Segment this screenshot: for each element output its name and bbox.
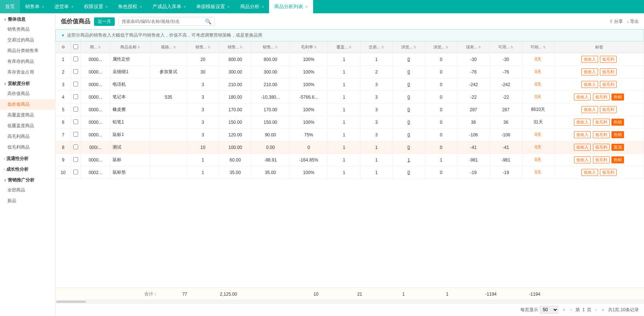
row-checkbox-cell[interactable]: [71, 66, 81, 78]
row-checkbox[interactable]: [73, 157, 78, 162]
export-button[interactable]: ↓ 导出: [627, 18, 639, 25]
row-checkbox[interactable]: [73, 145, 78, 149]
browse-link[interactable]: 0: [407, 132, 410, 137]
close-icon[interactable]: ×: [71, 4, 73, 9]
browse-link[interactable]: 1: [407, 157, 410, 163]
row-checkbox-cell[interactable]: [71, 103, 81, 116]
row-checkbox-cell[interactable]: [71, 116, 81, 129]
col-qty[interactable]: 销售...⇅: [187, 41, 219, 53]
browse-link[interactable]: 0: [407, 69, 410, 75]
row-checkbox[interactable]: [73, 132, 78, 137]
prev-page-button[interactable]: ‹: [569, 306, 573, 313]
col-spec[interactable]: 规格...⇅: [150, 41, 187, 53]
close-icon[interactable]: ×: [227, 4, 229, 9]
col-sale2[interactable]: 销售...⇅: [251, 41, 289, 53]
sidebar-group-growth[interactable]: › 成长性分析: [0, 163, 55, 174]
col-checkbox[interactable]: [71, 41, 81, 53]
sidebar-group-circulation[interactable]: › 流通性分析: [0, 153, 55, 163]
row-checkbox[interactable]: [73, 170, 78, 174]
sidebar-item-all-goods[interactable]: 全部商品: [0, 185, 55, 196]
nav-item-template[interactable]: 单据模板设置 ×: [191, 0, 235, 13]
col-avail[interactable]: 可用...⇅: [490, 41, 522, 53]
browse-link[interactable]: 0: [407, 107, 410, 112]
row-browse1[interactable]: 0: [393, 53, 425, 66]
browse-link[interactable]: 0: [407, 120, 410, 125]
filter-recent-month-button[interactable]: 近一月: [94, 17, 115, 26]
row-checkbox[interactable]: [73, 57, 78, 61]
sidebar-group-contribution[interactable]: ∨ 贡献度分析: [0, 78, 55, 88]
nav-item-sales[interactable]: 销售单 ×: [20, 0, 49, 13]
row-browse1[interactable]: 0: [393, 103, 425, 116]
nav-item-home[interactable]: 首页: [0, 0, 20, 13]
row-browse1[interactable]: 0: [393, 78, 425, 91]
row-checkbox[interactable]: [73, 94, 78, 99]
first-page-button[interactable]: «: [561, 306, 567, 313]
sidebar-item-low-profit[interactable]: 低毛利商品: [0, 142, 55, 153]
sidebar-item-high-value[interactable]: 高价值商品: [0, 88, 55, 99]
nav-item-analysis[interactable]: 商品分析 ×: [235, 0, 269, 13]
row-checkbox-cell[interactable]: [71, 166, 81, 179]
nav-item-role[interactable]: 角色授权 ×: [113, 0, 147, 13]
browse-link[interactable]: 0: [407, 145, 410, 150]
close-icon[interactable]: ×: [305, 4, 308, 9]
row-checkbox[interactable]: [73, 107, 78, 112]
sidebar-item-low-coverage[interactable]: 低覆盖度商品: [0, 120, 55, 131]
col-sale1[interactable]: 销售...⇅: [219, 41, 251, 53]
col-days[interactable]: 可销...⇅: [522, 41, 554, 53]
close-icon[interactable]: ×: [105, 4, 108, 9]
sidebar-item-stock-goods[interactable]: 有库存的商品: [0, 56, 55, 67]
last-page-button[interactable]: »: [600, 306, 606, 313]
browse-link[interactable]: 0: [407, 95, 410, 100]
row-browse1[interactable]: 0: [393, 166, 425, 179]
sidebar-group-marketing[interactable]: ∨ 营销推广分析: [0, 174, 55, 185]
col-browse1[interactable]: 浏览...⇅: [393, 41, 425, 53]
sidebar-item-sales-goods[interactable]: 销售类商品: [0, 24, 55, 35]
col-rate[interactable]: 毛利率⇅: [289, 41, 328, 53]
col-stock[interactable]: 现有...⇅: [457, 41, 490, 53]
row-checkbox[interactable]: [73, 82, 78, 86]
row-checkbox-cell[interactable]: [71, 141, 81, 154]
per-page-select[interactable]: 50 100 200: [540, 306, 559, 314]
sidebar-group-general[interactable]: ∨ 整体信息: [0, 13, 55, 24]
col-trade[interactable]: 交易...⇅: [360, 41, 392, 53]
col-code[interactable]: 商...⇅: [81, 41, 110, 53]
row-browse1[interactable]: 1: [393, 154, 425, 166]
sidebar-item-stock-capital[interactable]: 库存资金占用: [0, 67, 55, 78]
col-name[interactable]: 商品名称⇅: [110, 41, 150, 53]
row-checkbox-cell[interactable]: [71, 53, 81, 66]
row-checkbox[interactable]: [73, 69, 78, 74]
row-checkbox-cell[interactable]: [71, 91, 81, 103]
next-page-button[interactable]: ›: [594, 306, 598, 313]
search-icon[interactable]: 🔍: [205, 18, 211, 24]
row-browse1[interactable]: 0: [393, 91, 425, 103]
close-icon[interactable]: ×: [140, 4, 142, 9]
browse-link[interactable]: 0: [407, 57, 410, 62]
row-browse1[interactable]: 0: [393, 141, 425, 154]
sidebar-item-high-coverage[interactable]: 高覆盖度商品: [0, 110, 55, 120]
browse-link[interactable]: 0: [407, 170, 410, 175]
close-icon[interactable]: ×: [184, 4, 186, 9]
nav-item-analysis-list[interactable]: 商品分析列表 ×: [269, 0, 313, 13]
select-all-checkbox[interactable]: [73, 44, 78, 49]
col-browse2[interactable]: 浏览...⇅: [425, 41, 457, 53]
close-icon[interactable]: ×: [262, 4, 264, 9]
row-browse1[interactable]: 0: [393, 129, 425, 141]
search-input[interactable]: [122, 19, 205, 24]
sidebar-item-low-value[interactable]: 低价值商品: [0, 99, 55, 110]
row-browse1[interactable]: 0: [393, 66, 425, 78]
sidebar-item-high-profit[interactable]: 高毛利商品: [0, 131, 55, 142]
row-browse1[interactable]: 0: [393, 116, 425, 129]
browse-link[interactable]: 0: [407, 82, 410, 87]
nav-item-product[interactable]: 产成品入库单 ×: [147, 0, 191, 13]
sidebar-item-traded-goods[interactable]: 交易过的商品: [0, 35, 55, 45]
row-checkbox[interactable]: [73, 119, 78, 124]
nav-item-purchase[interactable]: 进货单 ×: [49, 0, 78, 13]
scrollbar-thumb[interactable]: [56, 301, 86, 303]
row-checkbox-cell[interactable]: [71, 154, 81, 166]
sidebar-item-new-goods[interactable]: 新品: [0, 196, 55, 206]
col-settings[interactable]: ⚙: [56, 41, 71, 53]
row-checkbox-cell[interactable]: [71, 129, 81, 141]
sidebar-item-category-rate[interactable]: 商品分类销售率: [0, 45, 55, 56]
row-checkbox-cell[interactable]: [71, 78, 81, 91]
nav-item-permission[interactable]: 权限设置 ×: [79, 0, 113, 13]
